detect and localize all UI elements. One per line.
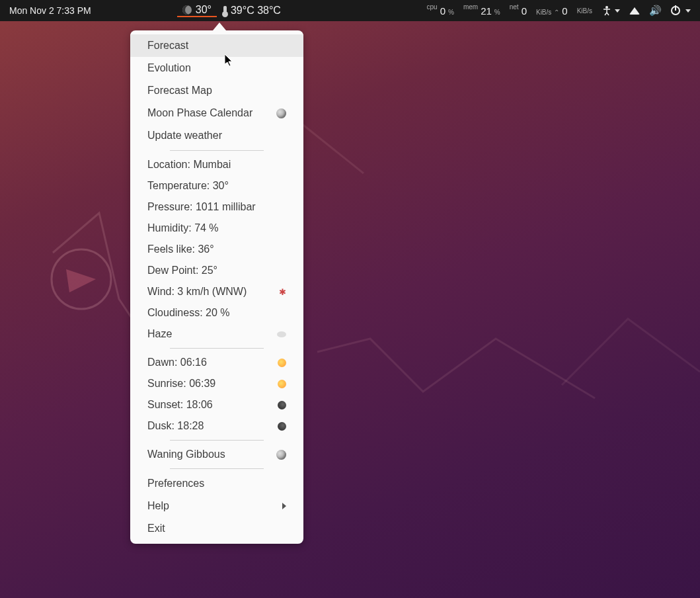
info-location-text: Location: Mumbai [147, 159, 231, 171]
menu-forecast[interactable]: Forecast [130, 34, 303, 57]
sun-icon [278, 359, 286, 367]
menu-separator [170, 348, 264, 349]
info-sunset: Sunset: 18:06 [130, 394, 303, 415]
menu-separator [170, 440, 264, 441]
info-cloudiness: Cloudiness: 20 % [130, 302, 303, 323]
accessibility-icon [602, 5, 612, 16]
desktop-wallpaper [0, 21, 700, 598]
info-sunrise: Sunrise: 06:39 [130, 373, 303, 394]
cpu-indicator[interactable]: cpu 0 % [427, 5, 454, 17]
info-humidity-text: Humidity: 74 % [147, 222, 219, 234]
menu-moon-phase[interactable]: Moon Phase Calendar [130, 102, 303, 124]
net-value: 0 [522, 5, 527, 17]
net-up-indicator[interactable]: KiB/s ⌃ 0 [536, 5, 568, 17]
popup-pointer [213, 22, 226, 30]
info-dusk-text: Dusk: 18:28 [147, 420, 204, 432]
menu-evolution[interactable]: Evolution [130, 57, 303, 79]
info-temperature: Temperature: 30° [130, 175, 303, 196]
info-moon-text: Waning Gibbous [147, 448, 225, 460]
power-icon [671, 6, 680, 15]
chevron-down-icon [615, 9, 620, 13]
weather-temp: 30° [196, 4, 212, 16]
mem-label: mem [463, 3, 478, 11]
menu-separator [170, 150, 264, 151]
up-arrow-icon: ⌃ [554, 9, 559, 16]
info-dew-point-text: Dew Point: 25° [147, 265, 217, 277]
info-location: Location: Mumbai [130, 154, 303, 175]
menu-help[interactable]: Help [130, 495, 303, 517]
mem-indicator[interactable]: mem 21 % [463, 5, 500, 17]
menu-update-weather[interactable]: Update weather [130, 124, 303, 147]
menu-exit[interactable]: Exit [130, 517, 303, 540]
info-cloudiness-text: Cloudiness: 20 % [147, 307, 230, 319]
kib-down-label: KiB/s [577, 7, 592, 15]
menu-forecast-map[interactable]: Forecast Map [130, 79, 303, 102]
info-dawn: Dawn: 06:16 [130, 352, 303, 373]
svg-point-2 [605, 6, 608, 9]
info-dawn-text: Dawn: 06:16 [147, 357, 207, 368]
mem-unit: % [494, 9, 500, 16]
temp-range: 39°C 38°C [231, 5, 281, 17]
info-sunrise-text: Sunrise: 06:39 [147, 378, 215, 390]
menu-forecast-map-label: Forecast Map [147, 85, 212, 97]
menu-preferences-label: Preferences [147, 478, 204, 490]
wifi-icon[interactable] [629, 7, 640, 15]
info-dew-point: Dew Point: 25° [130, 260, 303, 281]
menu-separator [170, 468, 264, 469]
info-pressure-text: Pressure: 1011 millibar [147, 201, 256, 213]
info-moon-phase: Waning Gibbous [130, 444, 303, 465]
accessibility-menu[interactable] [602, 5, 620, 16]
dusk-icon [278, 422, 286, 431]
menu-exit-label: Exit [147, 523, 165, 534]
mem-value: 21 [481, 5, 492, 17]
sun-icon [278, 380, 286, 388]
info-wind-text: Wind: 3 km/h (WNW) [147, 286, 247, 298]
info-feels-like: Feels like: 36° [130, 239, 303, 260]
chevron-down-icon [685, 9, 691, 13]
cpu-unit: % [448, 9, 454, 16]
menu-preferences[interactable]: Preferences [130, 472, 303, 495]
weather-indicator[interactable]: 30° [177, 4, 217, 17]
info-wind: Wind: 3 km/h (WNW) ✱ [130, 281, 303, 302]
datetime-label[interactable]: Mon Nov 2 7:33 PM [9, 5, 91, 16]
info-temperature-text: Temperature: 30° [147, 180, 229, 192]
net-label: net [510, 3, 519, 11]
moon-icon [276, 108, 286, 118]
volume-icon[interactable]: 🔊 [649, 5, 662, 17]
menu-moon-phase-label: Moon Phase Calendar [147, 107, 253, 119]
info-dusk: Dusk: 18:28 [130, 415, 303, 437]
compass-icon: ✱ [279, 287, 286, 297]
info-haze: Haze [130, 323, 303, 345]
weather-popup-menu: Forecast Evolution Forecast Map Moon Pha… [130, 30, 303, 544]
net-up-value: 0 [562, 5, 567, 17]
haze-icon [277, 331, 286, 337]
menu-update-label: Update weather [147, 130, 222, 142]
sunset-icon [278, 401, 286, 409]
cpu-label: cpu [427, 3, 438, 11]
kib-up-label: KiB/s [536, 9, 551, 16]
net-down-indicator[interactable]: KiB/s [577, 7, 592, 15]
info-humidity: Humidity: 74 % [130, 218, 303, 239]
info-pressure: Pressure: 1011 millibar [130, 196, 303, 218]
info-feels-like-text: Feels like: 36° [147, 243, 214, 255]
info-sunset-text: Sunset: 18:06 [147, 399, 213, 411]
moon-icon [276, 450, 286, 460]
svg-marker-1 [66, 269, 96, 292]
menu-evolution-label: Evolution [147, 62, 191, 74]
info-haze-text: Haze [147, 328, 172, 340]
temperature-indicator[interactable]: 39°C 38°C [223, 5, 281, 17]
cpu-value: 0 [440, 5, 446, 17]
top-panel: Mon Nov 2 7:33 PM 30° 39°C 38°C cpu 0 % … [0, 0, 700, 21]
menu-help-label: Help [147, 500, 169, 512]
thermometer-icon [223, 6, 227, 15]
system-menu[interactable] [671, 6, 691, 15]
net-indicator[interactable]: net 0 [510, 5, 527, 17]
menu-forecast-label: Forecast [147, 40, 188, 52]
submenu-arrow-icon [282, 503, 286, 509]
weather-night-icon [182, 5, 192, 15]
